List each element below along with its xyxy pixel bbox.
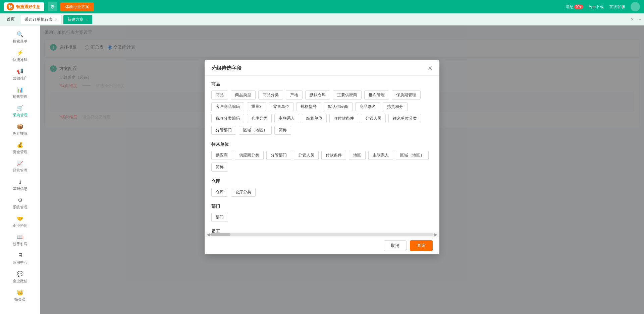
sidebar-item-app-center[interactable]: 🖥 应用中心 bbox=[0, 249, 40, 268]
tab-new-plan[interactable]: 新建方案 ✕ bbox=[63, 15, 93, 24]
field-tag-partner-6[interactable]: 主联系人 bbox=[368, 151, 393, 160]
field-tag-goods-3[interactable]: 产地 bbox=[286, 90, 303, 100]
field-tag-goods-7[interactable]: 保质期管理 bbox=[392, 90, 421, 100]
section-warehouse: 仓库 仓库 仓库分类 bbox=[211, 178, 433, 197]
confirm-button[interactable]: 查询 bbox=[410, 240, 433, 251]
tab-bar: 首页 采购订单执行表 ✕ 新建方案 ✕ ✕ ⋯ bbox=[0, 13, 644, 25]
field-tag-goods-10[interactable]: 零售单位 bbox=[269, 102, 293, 111]
field-tag-goods-18[interactable]: 结算单位 bbox=[302, 114, 327, 123]
tab-close-all[interactable]: ✕ bbox=[631, 17, 634, 22]
field-tag-goods-5[interactable]: 主要供应商 bbox=[333, 90, 362, 100]
field-tag-goods-11[interactable]: 规格型号 bbox=[296, 102, 321, 111]
modal-footer: 取消 查询 bbox=[205, 237, 439, 254]
modal-close-btn[interactable]: ✕ bbox=[428, 65, 433, 72]
field-tag-goods-6[interactable]: 批次管理 bbox=[364, 90, 389, 100]
sidebar-item-purchase[interactable]: 🛒 采购管理 bbox=[0, 102, 40, 120]
scrollbar-thumb[interactable] bbox=[210, 233, 230, 236]
field-tags-department: 部门 bbox=[211, 213, 433, 222]
top-right-nav: 消息99+ App下载 在线客服 bbox=[566, 2, 640, 11]
tab-purchase-order[interactable]: 采购订单执行表 ✕ bbox=[20, 15, 62, 24]
sidebar-label-marketing: 营销推广 bbox=[13, 76, 28, 81]
sidebar-item-enterprise-collab[interactable]: 🤝 企业协同 bbox=[0, 212, 40, 231]
tab-close-new-plan[interactable]: ✕ bbox=[86, 18, 88, 21]
field-tag-goods-14[interactable]: 拣货积分 bbox=[383, 102, 408, 111]
field-tag-goods-2[interactable]: 商品分类 bbox=[258, 90, 283, 100]
field-tag-warehouse-1[interactable]: 仓库分类 bbox=[231, 188, 256, 197]
section-title-warehouse: 仓库 bbox=[211, 178, 433, 184]
message-nav[interactable]: 消息99+ bbox=[566, 4, 583, 10]
app-download-nav[interactable]: App下载 bbox=[589, 4, 604, 10]
inventory-icon: 📦 bbox=[17, 123, 23, 130]
logo: 畅 畅捷通好生意 bbox=[4, 2, 44, 11]
field-tag-partner-1[interactable]: 供应商分类 bbox=[235, 151, 264, 160]
sidebar-item-vip[interactable]: 👑 畅会员 bbox=[0, 286, 40, 305]
field-tag-goods-9[interactable]: 重量3 bbox=[247, 102, 266, 111]
field-tags-warehouse: 仓库 仓库分类 bbox=[211, 188, 433, 197]
field-tag-dept-0[interactable]: 部门 bbox=[211, 213, 228, 222]
field-tag-partner-0[interactable]: 供应商 bbox=[211, 151, 232, 160]
field-tag-partner-2[interactable]: 分管部门 bbox=[266, 151, 291, 160]
field-tag-goods-15[interactable]: 税收分类编码 bbox=[211, 114, 244, 123]
field-tag-warehouse-0[interactable]: 仓库 bbox=[211, 188, 228, 197]
section-partner: 往来单位 供应商 供应商分类 分管部门 分管人员 付款条件 地区 主联系人 区域… bbox=[211, 141, 433, 172]
system-icon: ⚙ bbox=[17, 197, 23, 203]
settings-icon[interactable]: ⚙ bbox=[48, 2, 57, 11]
field-selection-modal: 分组待选字段 ✕ 商品 商品 商品类型 商品分类 产地 默认仓库 主要供应商 批… bbox=[205, 60, 439, 254]
sidebar-label-purchase: 采购管理 bbox=[13, 113, 28, 118]
avatar[interactable] bbox=[631, 2, 640, 11]
top-nav: 畅 畅捷通好生意 ⚙ 体验行业方案 消息99+ App下载 在线客服 bbox=[0, 0, 644, 13]
sidebar-item-sales[interactable]: 📊 销售管理 bbox=[0, 83, 40, 102]
field-tag-goods-13[interactable]: 商品别名 bbox=[355, 102, 380, 111]
modal-header: 分组待选字段 ✕ bbox=[205, 60, 439, 76]
sales-icon: 📊 bbox=[17, 86, 23, 93]
operations-icon: 📈 bbox=[17, 160, 23, 167]
sidebar-item-quick-nav[interactable]: ⚡ 快捷导航 bbox=[0, 47, 40, 65]
section-employee: 员工 业务员 bbox=[211, 229, 433, 233]
sidebar-item-inventory[interactable]: 📦 库存核算 bbox=[0, 120, 40, 139]
sidebar-label-vip: 畅会员 bbox=[14, 297, 25, 302]
field-tag-goods-21[interactable]: 往来单位分类 bbox=[388, 114, 421, 123]
quick-nav-icon: ⚡ bbox=[17, 49, 23, 56]
field-tag-goods-19[interactable]: 收付款条件 bbox=[329, 114, 358, 123]
marketing-icon: 📢 bbox=[17, 68, 23, 74]
tab-close-purchase[interactable]: ✕ bbox=[55, 18, 57, 21]
app-center-icon: 🖥 bbox=[17, 252, 23, 259]
field-tag-goods-24[interactable]: 简称 bbox=[274, 126, 291, 135]
sidebar-item-marketing[interactable]: 📢 营销推广 bbox=[0, 65, 40, 83]
sidebar-item-search[interactable]: 🔍 搜索菜单 bbox=[0, 28, 40, 47]
tab-home[interactable]: 首页 bbox=[3, 15, 19, 24]
sidebar-item-guide[interactable]: 📖 新手引导 bbox=[0, 231, 40, 249]
field-tag-goods-0[interactable]: 商品 bbox=[211, 90, 228, 100]
field-tag-partner-4[interactable]: 付款条件 bbox=[321, 151, 346, 160]
sidebar-item-system[interactable]: ⚙ 系统管理 bbox=[0, 194, 40, 212]
modal-body: 商品 商品 商品类型 商品分类 产地 默认仓库 主要供应商 批次管理 保质期管理… bbox=[205, 76, 439, 233]
field-tag-goods-4[interactable]: 默认仓库 bbox=[305, 90, 330, 100]
field-tag-partner-7[interactable]: 区域（地区） bbox=[396, 151, 429, 160]
sidebar-item-basic-info[interactable]: ℹ 基础信息 bbox=[0, 176, 40, 194]
field-tag-goods-16[interactable]: 仓库分类 bbox=[247, 114, 272, 123]
sidebar-item-wechat[interactable]: 💬 企业微信 bbox=[0, 268, 40, 286]
sidebar-label-search: 搜索菜单 bbox=[13, 39, 28, 44]
modal-horizontal-scrollbar[interactable]: ◀ ▶ bbox=[205, 233, 439, 237]
sidebar-item-operations[interactable]: 📈 经营管理 bbox=[0, 157, 40, 176]
sidebar-label-enterprise: 企业协同 bbox=[13, 223, 28, 228]
section-department: 部门 部门 bbox=[211, 203, 433, 222]
cancel-button[interactable]: 取消 bbox=[384, 240, 407, 251]
sidebar-item-finance[interactable]: 💰 资金管理 bbox=[0, 139, 40, 157]
field-tag-goods-1[interactable]: 商品类型 bbox=[231, 90, 256, 100]
field-tag-partner-5[interactable]: 地区 bbox=[349, 151, 366, 160]
field-tag-partner-8[interactable]: 简称 bbox=[211, 163, 228, 172]
field-tag-goods-22[interactable]: 分管部门 bbox=[211, 126, 236, 135]
wechat-icon: 💬 bbox=[17, 270, 23, 277]
sidebar-label-inventory: 库存核算 bbox=[13, 131, 28, 136]
field-tag-goods-20[interactable]: 分管人员 bbox=[361, 114, 386, 123]
field-tag-partner-3[interactable]: 分管人员 bbox=[294, 151, 319, 160]
experience-btn[interactable]: 体验行业方案 bbox=[60, 2, 94, 11]
field-tag-goods-8[interactable]: 客户商品编码 bbox=[211, 102, 244, 111]
field-tag-goods-23[interactable]: 区域（地区） bbox=[239, 126, 272, 135]
online-service-nav[interactable]: 在线客服 bbox=[609, 4, 625, 10]
modal-title: 分组待选字段 bbox=[211, 65, 241, 71]
field-tag-goods-12[interactable]: 默认供应商 bbox=[324, 102, 353, 111]
field-tag-goods-17[interactable]: 主联系人 bbox=[274, 114, 299, 123]
tab-expand[interactable]: ⋯ bbox=[637, 17, 641, 22]
